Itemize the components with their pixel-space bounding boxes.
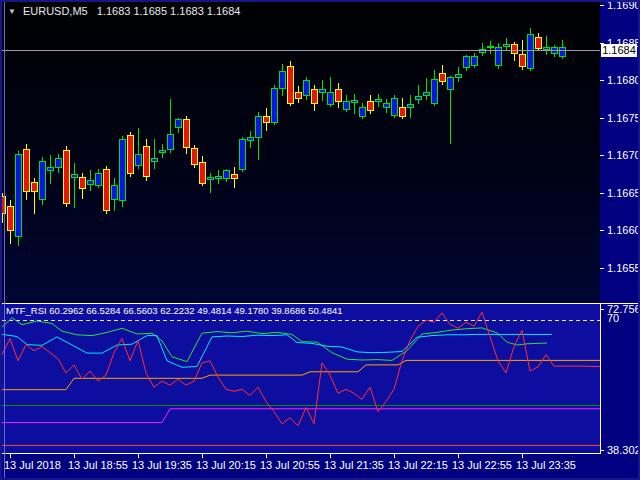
time-tick-label: 13 Jul 23:35	[516, 459, 576, 471]
candle-body	[368, 101, 374, 110]
candle-body	[240, 139, 246, 169]
candle-body	[360, 107, 366, 117]
time-tick-label: 13 Jul 22:15	[388, 459, 448, 471]
dropdown-arrow-icon[interactable]: ▼	[8, 7, 16, 16]
M15-rsi-line	[2, 318, 547, 362]
time-tick	[202, 454, 203, 458]
price-tick-label: 1.1660	[607, 225, 640, 236]
candle-body	[544, 47, 550, 49]
ohlc-values: 1.1683 1.1685 1.1683 1.1684	[97, 5, 241, 17]
main-chart[interactable]: ▼ EURUSD,M5 1.1683 1.1685 1.1683 1.1684	[2, 2, 600, 303]
candle-body	[152, 158, 158, 162]
chart-title: ▼ EURUSD,M5 1.1683 1.1685 1.1683 1.1684	[8, 5, 240, 17]
candle-body	[440, 73, 446, 81]
candle-body	[176, 120, 182, 128]
candlestick-plot	[2, 2, 600, 303]
candle-body	[328, 93, 334, 105]
candle-body	[352, 100, 358, 102]
candle-body	[416, 97, 422, 100]
time-tick	[394, 454, 395, 458]
indicator-subwindow[interactable]: MTF_RSI 60.2962 66.5284 66.5603 62.2232 …	[2, 304, 600, 453]
price-axis[interactable]: 1.16901.16851.16801.16751.16701.16651.16…	[600, 2, 638, 478]
candle-body	[464, 57, 470, 68]
mt4-chart-window: ▼ EURUSD,M5 1.1683 1.1685 1.1683 1.1684 …	[0, 0, 640, 480]
candle-body	[392, 99, 398, 116]
candle-body	[520, 55, 526, 67]
candle-body	[344, 101, 350, 109]
time-tick-label: 13 Jul 22:55	[452, 459, 512, 471]
candle-body	[104, 169, 110, 210]
price-tick-label: 1.1690	[607, 0, 640, 11]
candle-body	[424, 93, 430, 96]
indicator-label: MTF_RSI 60.2962 66.5284 66.5603 62.2232 …	[6, 305, 342, 316]
candle-body	[160, 151, 166, 153]
candle-body	[184, 119, 190, 148]
candle-body	[296, 92, 302, 98]
candle-body	[256, 116, 262, 138]
candle-body	[8, 206, 14, 230]
time-tick	[10, 454, 11, 458]
price-tick	[600, 268, 604, 269]
candle-body	[560, 47, 566, 56]
candle-body	[72, 175, 78, 178]
panel-timeaxis-separator	[2, 453, 600, 454]
rsi-plot	[2, 304, 600, 453]
time-tick	[330, 454, 331, 458]
time-tick-label: 13 Jul 2018	[4, 459, 61, 471]
candle-body	[216, 176, 222, 178]
candle-body	[528, 34, 534, 68]
M30-rsi-line	[2, 334, 552, 367]
time-tick	[458, 454, 459, 458]
time-axis[interactable]: 13 Jul 201813 Jul 18:5513 Jul 19:3513 Ju…	[2, 454, 600, 478]
candle-body	[288, 67, 294, 104]
H4-rsi-line	[2, 409, 600, 423]
price-tick-label: 1.1675	[607, 113, 640, 124]
candle-body	[272, 88, 278, 123]
candle-body	[192, 148, 198, 164]
candle-body	[128, 136, 134, 174]
candle-body	[168, 135, 174, 149]
candle-body	[488, 46, 494, 48]
candle-body	[40, 161, 46, 199]
candle-body	[336, 89, 342, 102]
candle-body	[208, 178, 214, 180]
candle-body	[376, 100, 382, 102]
candle-body	[280, 71, 286, 88]
candle-body	[312, 89, 318, 103]
time-tick	[522, 454, 523, 458]
candle-body	[136, 154, 142, 165]
candle-body	[472, 56, 478, 65]
candle-body	[504, 44, 510, 46]
time-tick-label: 13 Jul 19:35	[132, 459, 192, 471]
window-frame-highlight	[4, 2, 5, 478]
H1-rsi-line	[2, 360, 600, 389]
candle-body	[512, 45, 518, 54]
time-tick-label: 13 Jul 21:35	[324, 459, 384, 471]
price-tick-label: 1.1670	[607, 150, 640, 161]
chart-panel-separator[interactable]	[2, 303, 638, 304]
price-tick	[600, 118, 604, 119]
candle-body	[80, 178, 86, 189]
candle-body	[408, 105, 414, 108]
candle-body	[96, 173, 102, 185]
time-tick	[74, 454, 75, 458]
panel-axis-label: 38.3025	[607, 445, 640, 456]
candle-body	[32, 182, 38, 192]
symbol-label: EURUSD,M5	[23, 5, 88, 17]
candle-body	[120, 139, 126, 201]
candle-body	[432, 79, 438, 103]
candle-body	[56, 158, 62, 168]
price-tick	[600, 230, 604, 231]
candle-body	[448, 77, 454, 89]
time-tick	[138, 454, 139, 458]
candle-body	[320, 90, 326, 93]
candle-body	[24, 149, 30, 191]
candle-body	[88, 181, 94, 185]
candle-body	[200, 163, 206, 184]
panel-axis-label: 70	[607, 313, 619, 324]
price-tick-label: 1.1655	[607, 263, 640, 274]
candle-body	[64, 151, 70, 204]
candle-body	[112, 186, 118, 200]
time-tick	[266, 454, 267, 458]
price-tick-label: 1.1665	[607, 188, 640, 199]
